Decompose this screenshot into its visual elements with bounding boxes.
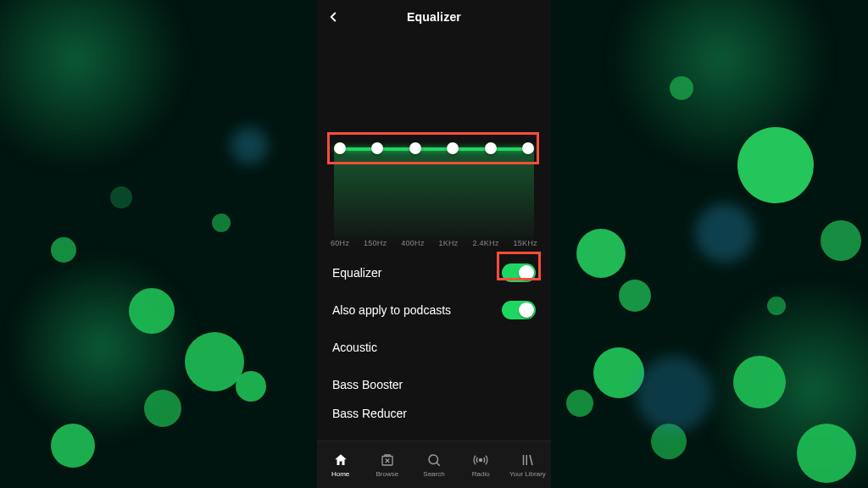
eq-band-handle[interactable] [409, 142, 421, 154]
eq-band-handle[interactable] [334, 142, 346, 154]
eq-band-label: 1KHz [438, 239, 458, 247]
nav-search[interactable]: Search [410, 441, 457, 488]
nav-radio[interactable]: Radio [458, 441, 504, 488]
eq-band-handle[interactable] [522, 142, 534, 154]
svg-line-2 [437, 463, 440, 466]
podcasts-toggle[interactable] [502, 301, 536, 319]
app-header: Equalizer [317, 0, 551, 34]
nav-label: Your Library [509, 470, 546, 478]
svg-line-6 [530, 455, 532, 465]
eq-frequency-labels: 60Hz 150Hz 400Hz 1KHz 2.4KHz 15KHz [329, 239, 539, 247]
setting-label: Equalizer [332, 266, 381, 280]
page-title: Equalizer [407, 10, 461, 24]
setting-row-podcasts: Also apply to podcasts [332, 291, 536, 329]
nav-label: Search [423, 470, 444, 478]
nav-browse[interactable]: Browse [364, 441, 410, 488]
preset-bass-reducer-truncated[interactable]: Bass Reducer [317, 403, 551, 419]
content-area: 60Hz 150Hz 400Hz 1KHz 2.4KHz 15KHz Equal… [317, 34, 551, 441]
preset-label: Bass Reducer [332, 407, 407, 419]
home-icon [332, 452, 349, 469]
bottom-nav: Home Browse Search Radio Your Library [317, 441, 551, 488]
eq-band-handles [334, 142, 534, 156]
setting-row-equalizer: Equalizer [332, 254, 536, 291]
eq-band-handle[interactable] [371, 142, 383, 154]
eq-band-handle[interactable] [485, 142, 497, 154]
settings-list: Equalizer Also apply to podcasts Acousti… [317, 247, 551, 403]
eq-band-label: 400Hz [401, 239, 425, 247]
search-icon [426, 452, 442, 469]
svg-point-3 [480, 459, 482, 462]
eq-band-label: 150Hz [364, 239, 387, 247]
preset-bass-booster[interactable]: Bass Booster [332, 366, 536, 403]
browse-icon [379, 452, 396, 469]
equalizer-visualization: 60Hz 150Hz 400Hz 1KHz 2.4KHz 15KHz [317, 34, 551, 247]
radio-icon [472, 452, 489, 469]
eq-band-label: 15KHz [513, 239, 537, 247]
nav-label: Browse [376, 470, 398, 478]
nav-home[interactable]: Home [317, 441, 364, 488]
preset-label: Bass Booster [332, 378, 403, 391]
nav-label: Home [331, 470, 349, 478]
svg-point-1 [429, 455, 438, 464]
eq-band-label: 60Hz [331, 239, 349, 247]
eq-band-label: 2.4KHz [472, 239, 498, 247]
phone-screen: Equalizer 60Hz 150Hz 400Hz 1KHz [317, 0, 551, 488]
eq-band-handle[interactable] [447, 142, 459, 154]
preset-label: Acoustic [332, 341, 377, 354]
nav-library[interactable]: Your Library [504, 441, 551, 488]
setting-label: Also apply to podcasts [332, 303, 451, 317]
preset-acoustic[interactable]: Acoustic [332, 329, 536, 366]
library-icon [519, 452, 536, 469]
back-button[interactable] [326, 9, 341, 25]
equalizer-toggle[interactable] [502, 263, 536, 282]
nav-label: Radio [472, 470, 490, 478]
